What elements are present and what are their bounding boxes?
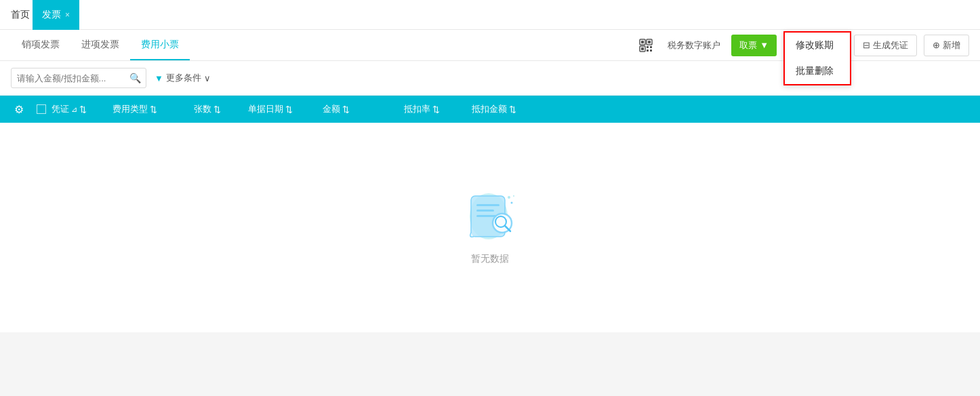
tab-expense-label: 费用小票 xyxy=(141,39,179,51)
tab-sales-label: 销项发票 xyxy=(22,39,60,51)
empty-illustration xyxy=(456,177,524,245)
invoice-tab[interactable]: 发票 × xyxy=(33,0,79,30)
th-count[interactable]: 张数 ⇅ xyxy=(194,103,248,115)
th-expense-type[interactable]: 费用类型 ⇅ xyxy=(113,103,194,115)
tab-expense-receipt[interactable]: 费用小票 xyxy=(130,30,190,60)
voucher-sort-icon[interactable]: ⇅ xyxy=(79,104,87,115)
select-all-checkbox[interactable] xyxy=(37,104,46,114)
add-button[interactable]: ⊕ 新增 xyxy=(924,35,969,56)
search-input[interactable] xyxy=(17,73,125,83)
th-voucher-label: 凭证 xyxy=(52,103,69,115)
svg-point-20 xyxy=(511,202,513,204)
sub-tabs: 销项发票 进项发票 费用小票 xyxy=(11,30,190,60)
filter-icon: ▼ xyxy=(155,73,163,83)
take-ticket-label: 取票 xyxy=(739,39,757,52)
th-deduct-amount-label: 抵扣金额 xyxy=(472,103,507,115)
svg-rect-8 xyxy=(647,50,649,52)
voucher-filter-icon[interactable]: ⊿ xyxy=(71,105,77,114)
amount-sort-icon[interactable]: ⇅ xyxy=(342,104,350,115)
invoice-tab-label: 发票 xyxy=(42,9,61,21)
count-sort-icon[interactable]: ⇅ xyxy=(213,104,221,115)
close-icon[interactable]: × xyxy=(65,10,70,20)
th-deduct-rate[interactable]: 抵扣率 ⇅ xyxy=(404,103,472,115)
gen-voucher-icon: ⊟ xyxy=(863,40,870,50)
svg-point-19 xyxy=(508,196,510,199)
add-icon: ⊕ xyxy=(933,40,940,50)
empty-state: 暂无数据 xyxy=(0,123,980,292)
tab-income-label: 进项发票 xyxy=(81,39,119,51)
th-expense-type-label: 费用类型 xyxy=(113,103,148,115)
search-input-wrap[interactable]: 🔍 xyxy=(11,68,146,88)
date-sort-icon[interactable]: ⇅ xyxy=(285,104,293,115)
svg-rect-6 xyxy=(647,46,649,48)
svg-rect-13 xyxy=(476,204,499,206)
svg-rect-9 xyxy=(650,50,652,52)
th-deduct-rate-label: 抵扣率 xyxy=(404,103,430,115)
take-ticket-button[interactable]: 取票 ▼ xyxy=(731,35,777,56)
tab-income-invoice[interactable]: 进项发票 xyxy=(70,30,130,60)
batch-delete-item[interactable]: 批量删除 xyxy=(785,58,850,84)
tab-sales-invoice[interactable]: 销项发票 xyxy=(11,30,70,60)
svg-rect-5 xyxy=(641,47,644,50)
batch-operation-dropdown: 修改账期 批量删除 xyxy=(783,31,851,85)
th-amount[interactable]: 金额 ⇅ xyxy=(323,103,404,115)
empty-text: 暂无数据 xyxy=(471,253,509,265)
th-date[interactable]: 单据日期 ⇅ xyxy=(248,103,323,115)
gen-voucher-label: 生成凭证 xyxy=(873,39,908,52)
more-conditions-arrow-icon: ∨ xyxy=(204,73,211,83)
gear-icon[interactable]: ⚙ xyxy=(14,103,24,116)
expense-type-sort-icon[interactable]: ⇅ xyxy=(150,104,157,115)
qr-code-button[interactable] xyxy=(635,35,657,56)
svg-rect-7 xyxy=(650,46,652,48)
svg-rect-3 xyxy=(648,41,651,43)
table-header: ⚙ 凭证 ⊿ ⇅ 费用类型 ⇅ 张数 ⇅ 单据日期 ⇅ 金额 ⇅ 抵扣率 ⇅ xyxy=(0,96,980,123)
more-conditions-button[interactable]: ▼ 更多条件 ∨ xyxy=(155,72,211,84)
th-date-label: 单据日期 xyxy=(248,103,283,115)
svg-rect-1 xyxy=(641,41,644,43)
svg-rect-15 xyxy=(476,215,497,217)
th-count-label: 张数 xyxy=(194,103,211,115)
th-voucher[interactable]: 凭证 ⊿ ⇅ xyxy=(52,103,113,115)
take-ticket-arrow-icon: ▼ xyxy=(760,40,769,50)
home-tab[interactable]: 首页 xyxy=(11,9,30,21)
svg-rect-14 xyxy=(476,210,494,212)
top-nav: 首页 发票 × xyxy=(0,0,980,30)
qr-icon xyxy=(638,38,653,53)
svg-point-21 xyxy=(513,195,514,197)
th-checkbox[interactable] xyxy=(31,104,52,114)
th-deduct-amount[interactable]: 抵扣金额 ⇅ xyxy=(472,103,553,115)
content-area: 🔍 ▼ 更多条件 ∨ ⚙ 凭证 ⊿ ⇅ 费用类型 ⇅ 张数 ⇅ 单据日期 xyxy=(0,61,980,332)
th-amount-label: 金额 xyxy=(323,103,340,115)
generate-voucher-button[interactable]: ⊟ 生成凭证 xyxy=(854,35,917,56)
th-gear[interactable]: ⚙ xyxy=(7,103,31,116)
modify-period-item[interactable]: 修改账期 xyxy=(785,33,850,58)
deduct-rate-sort-icon[interactable]: ⇅ xyxy=(432,104,440,115)
add-label: 新增 xyxy=(943,39,960,52)
search-icon[interactable]: 🔍 xyxy=(129,73,141,83)
tax-account-button[interactable]: 税务数字账户 xyxy=(663,39,724,52)
deduct-amount-sort-icon[interactable]: ⇅ xyxy=(509,104,516,115)
more-conditions-label: 更多条件 xyxy=(166,72,201,84)
